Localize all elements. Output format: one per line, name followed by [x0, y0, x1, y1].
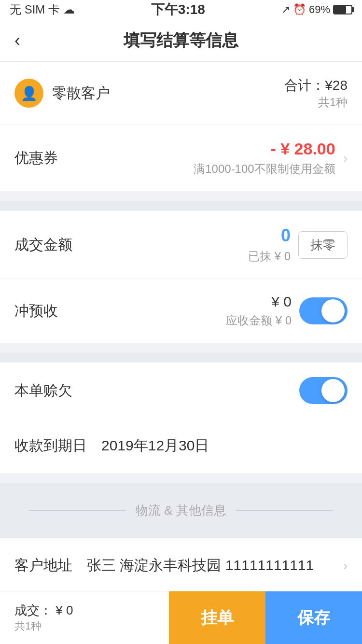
due-date-value: 2019年12月30日 — [101, 436, 209, 456]
divider-4 — [0, 529, 362, 538]
coupon-row[interactable]: 优惠券 - ¥ 28.00 满1000-100不限制使用金额 › — [0, 125, 362, 191]
total-amount: 合计：¥28 — [284, 76, 348, 95]
content-area: 👤 零散客户 合计：¥28 共1种 优惠券 - ¥ 28.00 满1000-10… — [0, 62, 362, 644]
address-row[interactable]: 客户地址 张三 海淀永丰科技园 11111111111 › — [0, 538, 362, 593]
nav-bar: ‹ 填写结算等信息 — [0, 19, 362, 62]
back-button[interactable]: ‹ — [14, 30, 20, 51]
debt-row: 本单赊欠 — [0, 362, 362, 419]
divider-2 — [0, 352, 362, 362]
transaction-amount-row: 成交金额 0 已抹 ¥ 0 抹零 — [0, 210, 362, 279]
transaction-section: 成交金额 0 已抹 ¥ 0 抹零 冲预收 ¥ 0 应收金额 ¥ 0 — [0, 210, 362, 343]
prepayment-label: 冲预收 — [14, 301, 72, 321]
status-time: 下午3:18 — [151, 0, 205, 19]
transaction-value[interactable]: 0 — [262, 225, 291, 246]
page-title: 填写结算等信息 — [124, 29, 238, 52]
battery-percent: 69% — [309, 3, 330, 16]
transaction-right: 0 已抹 ¥ 0 抹零 — [248, 225, 348, 264]
customer-total: 合计：¥28 共1种 — [284, 76, 348, 110]
location-icon: ↗ — [281, 3, 290, 16]
debt-section: 本单赊欠 收款到期日 2019年12月30日 — [0, 362, 362, 473]
divider-1 — [0, 201, 362, 210]
signal-text: 无 SIM 卡 ☁ — [10, 2, 75, 17]
transaction-label: 成交金额 — [14, 235, 72, 255]
logistics-header: 物流 & 其他信息 — [0, 492, 362, 529]
coupon-right: - ¥ 28.00 满1000-100不限制使用金额 › — [194, 140, 348, 177]
divider-3 — [0, 483, 362, 492]
prepayment-value: ¥ 0 — [271, 294, 292, 310]
round-zero-button[interactable]: 抹零 — [298, 231, 348, 259]
discount-amount: - ¥ 28.00 — [270, 140, 335, 158]
coupon-label: 优惠券 — [14, 148, 72, 168]
summary-amount: 成交： ¥ 0 — [14, 602, 169, 619]
status-bar: 无 SIM 卡 ☁ 下午3:18 ↗ ⏰ 69% — [0, 0, 362, 19]
debt-label: 本单赊欠 — [14, 381, 72, 401]
save-button[interactable]: 保存 — [265, 591, 362, 644]
customer-name: 零散客户 — [52, 84, 110, 103]
item-count: 共1种 — [284, 95, 348, 110]
battery-icon — [333, 5, 352, 14]
summary-count: 共1种 — [14, 619, 169, 633]
divider-line-right — [236, 510, 333, 511]
hold-button[interactable]: 挂单 — [169, 591, 265, 644]
chevron-right-icon: › — [343, 151, 348, 166]
due-date-label: 收款到期日 — [14, 436, 87, 456]
alarm-icon: ⏰ — [293, 3, 306, 16]
status-left: 无 SIM 卡 ☁ — [10, 2, 75, 17]
customer-section: 👤 零散客户 合计：¥28 共1种 优惠券 - ¥ 28.00 满1000-10… — [0, 62, 362, 191]
round-sub: 已抹 ¥ 0 — [248, 249, 291, 264]
logistics-divider: 物流 & 其他信息 — [0, 502, 362, 519]
divider-line-left — [29, 510, 126, 511]
logistics-label: 物流 & 其他信息 — [136, 502, 226, 519]
customer-left: 👤 零散客户 — [14, 79, 110, 108]
address-value: 张三 海淀永丰科技园 11111111111 — [87, 556, 343, 575]
prepayment-right: ¥ 0 应收金额 ¥ 0 — [226, 294, 348, 328]
prepayment-row: 冲预收 ¥ 0 应收金额 ¥ 0 — [0, 279, 362, 343]
toggle-knob — [321, 299, 345, 322]
address-label: 客户地址 — [14, 556, 72, 575]
coupon-desc: 满1000-100不限制使用金额 — [194, 161, 335, 177]
person-icon: 👤 — [21, 85, 38, 101]
toggle-knob-debt — [321, 379, 345, 402]
avatar: 👤 — [14, 79, 43, 108]
prepayment-toggle[interactable] — [299, 297, 348, 324]
customer-row: 👤 零散客户 合计：¥28 共1种 — [0, 62, 362, 125]
bottom-summary: 成交： ¥ 0 共1种 — [0, 602, 169, 633]
bottom-bar: 成交： ¥ 0 共1种 挂单 保存 — [0, 591, 362, 644]
prepayment-sub: 应收金额 ¥ 0 — [226, 313, 292, 328]
due-date-row: 收款到期日 2019年12月30日 — [0, 419, 362, 473]
chevron-right-address-icon: › — [343, 558, 348, 574]
debt-toggle[interactable] — [299, 377, 348, 404]
debt-right — [299, 377, 348, 404]
status-right: ↗ ⏰ 69% — [281, 3, 352, 16]
